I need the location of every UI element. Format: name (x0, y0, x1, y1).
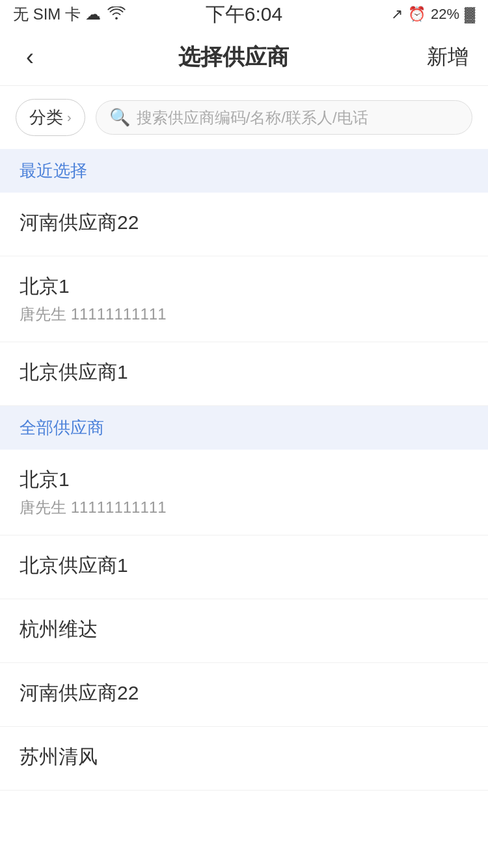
item-name: 河南供应商22 (20, 680, 468, 707)
recent-section-label: 最近选择 (20, 161, 87, 180)
all-section-header: 全部供应商 (0, 406, 488, 450)
item-name: 北京供应商1 (20, 359, 468, 386)
status-left: 无 SIM 卡 ☁ (13, 4, 126, 25)
item-name: 北京1 (20, 467, 468, 493)
location-icon: ↗ (391, 6, 403, 23)
all-list-item[interactable]: 杭州维达 (0, 599, 488, 663)
item-name: 北京1 (20, 273, 468, 300)
all-list-item[interactable]: 北京1唐先生 11111111111 (0, 450, 488, 536)
search-box[interactable]: 🔍 (96, 100, 472, 135)
all-list-item[interactable]: 苏州清风 (0, 727, 488, 791)
battery-label: 22% (431, 6, 459, 23)
recent-list-item[interactable]: 北京1唐先生 11111111111 (0, 256, 488, 342)
back-button[interactable]: ‹ (20, 37, 40, 77)
search-icon: 🔍 (109, 107, 130, 128)
wifi-icon (107, 5, 126, 23)
new-action-button[interactable]: 新增 (427, 43, 468, 72)
item-name: 苏州清风 (20, 744, 468, 770)
all-items-list: 北京1唐先生 11111111111北京供应商1杭州维达河南供应商22苏州清风 (0, 450, 488, 791)
item-name: 北京供应商1 (20, 552, 468, 579)
recent-list-item[interactable]: 河南供应商22 (0, 193, 488, 256)
status-bar: 无 SIM 卡 ☁ 下午6:04 ↗ ⏰ 22% ▓ (0, 0, 488, 29)
all-list-item[interactable]: 北京供应商1 (0, 536, 488, 599)
page-title: 选择供应商 (178, 42, 289, 72)
all-list-item[interactable]: 河南供应商22 (0, 663, 488, 727)
nav-bar: ‹ 选择供应商 新增 (0, 29, 488, 86)
no-sim-label: 无 SIM 卡 ☁ (13, 4, 101, 25)
item-sub: 唐先生 11111111111 (20, 304, 468, 325)
status-right: ↗ ⏰ 22% ▓ (391, 6, 475, 23)
category-button[interactable]: 分类 › (16, 99, 85, 136)
chevron-right-icon: › (67, 110, 72, 125)
alarm-icon: ⏰ (408, 6, 426, 23)
item-name: 河南供应商22 (20, 210, 468, 236)
filter-bar: 分类 › 🔍 (0, 86, 488, 149)
category-label: 分类 (29, 106, 63, 129)
battery-icon: ▓ (465, 6, 475, 23)
search-input[interactable] (137, 109, 459, 127)
all-section-label: 全部供应商 (20, 418, 104, 437)
recent-items-list: 河南供应商22北京1唐先生 11111111111北京供应商1 (0, 193, 488, 406)
recent-list-item[interactable]: 北京供应商1 (0, 342, 488, 406)
recent-section-header: 最近选择 (0, 149, 488, 193)
item-name: 杭州维达 (20, 616, 468, 643)
status-time: 下午6:04 (206, 1, 282, 28)
item-sub: 唐先生 11111111111 (20, 497, 468, 518)
